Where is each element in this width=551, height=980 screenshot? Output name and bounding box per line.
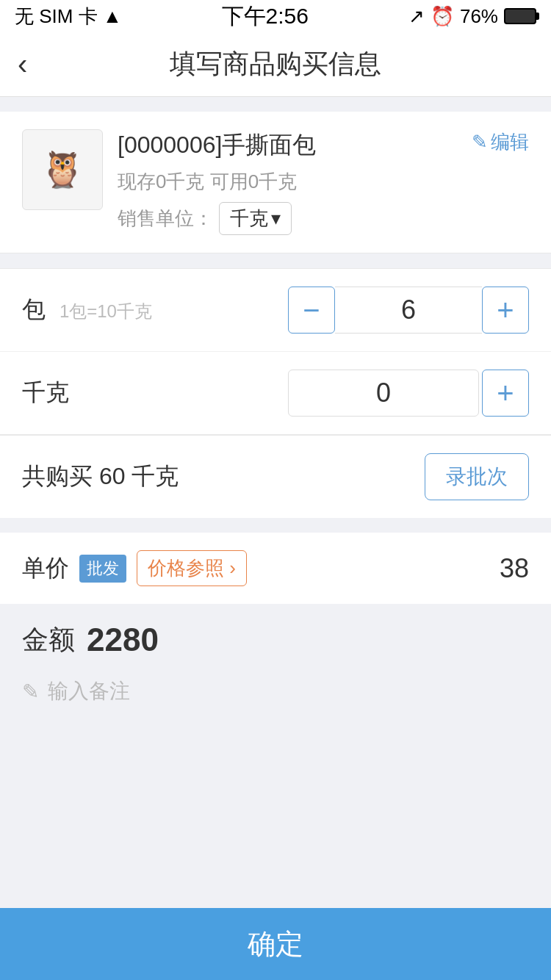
back-button[interactable]: ‹ — [18, 48, 27, 81]
status-right: ↗ ⏰ 76% — [408, 5, 536, 28]
amount-row: 金额 2280 — [22, 621, 529, 658]
battery-percent: 76% — [460, 5, 498, 28]
kg-quantity-input[interactable] — [288, 370, 479, 417]
record-batch-button[interactable]: 录批次 — [425, 453, 529, 500]
unit-value: 千克 — [230, 206, 268, 231]
kg-label: 千克 — [22, 377, 288, 409]
main-content: 🦉 [0000006]手撕面包 ✎ 编辑 现存0千克 可用0千克 销售单位： 千… — [0, 112, 551, 792]
unit-selector[interactable]: 千克 ▾ — [219, 202, 292, 235]
bag-quantity-row: 包 1包=10千克 − + — [0, 269, 551, 352]
summary-text: 共购买 60 千克 — [22, 461, 179, 493]
confirm-button[interactable]: 确定 — [0, 908, 551, 980]
bag-controls: − + — [288, 287, 529, 334]
note-icon: ✎ — [22, 680, 39, 704]
bag-label: 包 1包=10千克 — [22, 294, 288, 326]
status-bar: 无 SIM 卡 ▲ 下午2:56 ↗ ⏰ 76% — [0, 0, 551, 32]
product-card: 🦉 [0000006]手撕面包 ✎ 编辑 现存0千克 可用0千克 销售单位： 千… — [0, 112, 551, 253]
edit-button[interactable]: ✎ 编辑 — [472, 129, 529, 155]
quantity-section: 包 1包=10千克 − + 千克 + — [0, 268, 551, 435]
product-top-row: [0000006]手撕面包 ✎ 编辑 — [118, 129, 529, 169]
note-row[interactable]: ✎ 输入备注 — [22, 670, 529, 720]
price-value: 38 — [500, 553, 529, 584]
unit-arrow-icon: ▾ — [271, 207, 281, 230]
product-info: [0000006]手撕面包 ✎ 编辑 现存0千克 可用0千克 销售单位： 千克 … — [118, 129, 529, 235]
price-label: 单价 批发 价格参照 › — [22, 550, 247, 586]
section-divider — [0, 518, 551, 533]
unit-label: 销售单位： — [118, 206, 213, 231]
edit-icon: ✎ — [472, 131, 488, 154]
location-icon: ↗ — [408, 5, 425, 28]
bag-plus-button[interactable]: + — [482, 287, 529, 334]
kg-quantity-row: 千克 + — [0, 352, 551, 434]
product-logo: 🦉 — [40, 149, 84, 190]
alarm-icon: ⏰ — [431, 5, 454, 28]
sim-label: 无 SIM 卡 ▲ — [15, 4, 122, 29]
amount-section: 金额 2280 ✎ 输入备注 — [0, 604, 551, 720]
price-section: 单价 批发 价格参照 › 38 — [0, 533, 551, 604]
bag-quantity-input[interactable] — [335, 287, 482, 334]
nav-bar: ‹ 填写商品购买信息 — [0, 32, 551, 97]
edit-label: 编辑 — [491, 129, 529, 155]
product-unit-row: 销售单位： 千克 ▾ — [118, 202, 529, 235]
battery-icon — [504, 8, 536, 24]
note-placeholder: 输入备注 — [48, 677, 130, 705]
kg-controls: + — [288, 370, 529, 417]
product-name: [0000006]手撕面包 — [118, 129, 316, 162]
product-thumbnail: 🦉 — [22, 129, 103, 210]
price-row: 单价 批发 价格参照 › 38 — [22, 550, 529, 586]
status-left: 无 SIM 卡 ▲ — [15, 4, 122, 29]
amount-value: 2280 — [87, 621, 159, 658]
bag-minus-button[interactable]: − — [288, 287, 335, 334]
confirm-label: 确定 — [248, 926, 303, 963]
kg-plus-button[interactable]: + — [482, 370, 529, 417]
wholesale-badge: 批发 — [79, 555, 126, 583]
price-text: 单价 — [22, 552, 69, 585]
page-title: 填写商品购买信息 — [170, 46, 381, 82]
status-time: 下午2:56 — [222, 1, 309, 32]
summary-row: 共购买 60 千克 录批次 — [0, 435, 551, 518]
price-reference-button[interactable]: 价格参照 › — [137, 550, 247, 586]
product-stock: 现存0千克 可用0千克 — [118, 169, 529, 195]
bag-hint: 1包=10千克 — [60, 301, 152, 321]
amount-label: 金额 — [22, 622, 75, 658]
